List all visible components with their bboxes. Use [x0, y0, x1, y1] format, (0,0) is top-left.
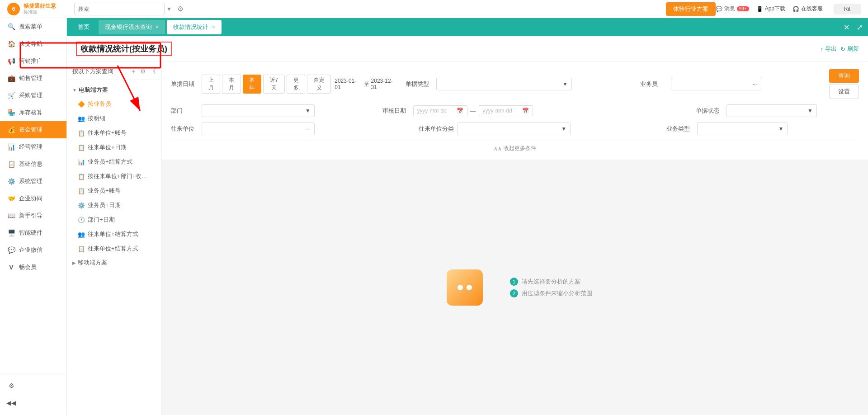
dept-label: 部门 — [171, 107, 198, 115]
maximize-icon[interactable]: ⤢ — [855, 21, 864, 33]
biz-type-field: 业务类型 ▼ — [666, 123, 859, 135]
collab-icon: 🤝 — [7, 194, 15, 203]
right-panel: 单据日期 上月 本月 本年 近7天 更多 自定义 2023-01-01 至 — [162, 62, 868, 415]
tree-item-salesperson-settlement[interactable]: 📊 业务员+结算方式 — [67, 155, 161, 169]
settings-bottom-icon: ⚙ — [7, 382, 15, 390]
sidebar-item-finance[interactable]: 💰 资金管理 — [0, 121, 66, 138]
dropdown-icon[interactable]: ▼ — [166, 6, 172, 12]
dept-select[interactable]: ▼ — [202, 104, 315, 117]
last-7-days-btn[interactable]: 近7天 — [263, 75, 285, 94]
export-button[interactable]: ↑ 导出 — [821, 45, 837, 53]
settings-icon[interactable]: ⚙ — [177, 5, 184, 13]
messages-btn[interactable]: 💬 消息 99+ — [716, 5, 749, 13]
salesperson-label: 业务员 — [640, 80, 667, 88]
sidebar-item-member[interactable]: V 畅会员 — [0, 259, 66, 276]
sidebar-item-hardware[interactable]: 🖥️ 智能硬件 — [0, 224, 66, 241]
sidebar-item-operations[interactable]: 📊 经营管理 — [0, 138, 66, 156]
status-chevron-icon: ▼ — [807, 108, 813, 114]
sidebar-collapse-btn[interactable]: ◀◀ — [0, 394, 66, 411]
sidebar-item-search[interactable]: 🔍 搜索菜单 — [0, 18, 66, 35]
tree-item-partner-settle1[interactable]: 👥 往来单位+结算方式 — [67, 227, 161, 241]
tree-item-salesperson-date[interactable]: ⚙️ 业务员+日期 — [67, 198, 161, 212]
sidebar-item-system[interactable]: ⚙️ 系统管理 — [0, 173, 66, 190]
biz-type-label: 业务类型 — [666, 125, 693, 133]
sidebar-item-marketing[interactable]: 📢 营销推广 — [0, 52, 66, 70]
partner-category-select[interactable]: ▼ — [458, 123, 571, 135]
tree-item-partner-settle2[interactable]: 📋 往来单位+结算方式 — [67, 241, 161, 256]
add-scheme-btn[interactable]: ＋ — [130, 67, 137, 75]
sidebar-item-basic-info[interactable]: 📋 基础信息 — [0, 156, 66, 173]
collapse-panel-btn[interactable]: 《 — [150, 67, 156, 75]
salesperson-field: 业务员 ··· — [640, 78, 822, 90]
partner-settle2-icon: 📋 — [78, 245, 85, 252]
last-month-btn[interactable]: 上月 — [202, 75, 220, 94]
manage-scheme-btn[interactable]: ⚙ — [140, 68, 146, 75]
app-download-btn[interactable]: 📱 App下载 — [756, 5, 785, 13]
tab-cashflow-close[interactable]: × — [156, 24, 159, 30]
mobile-group[interactable]: ▶ 移动端方案 — [67, 256, 161, 269]
tree-item-salesperson[interactable]: 🔶 按业务员 — [67, 97, 161, 111]
tab-cashflow[interactable]: 现金银行流水查询 × — [99, 20, 165, 34]
sidebar-item-inventory[interactable]: 🏪 库存核算 — [0, 104, 66, 121]
collapse-icon: ◀◀ — [7, 399, 15, 407]
review-date-field: 审核日期 yyyy-mm-dd 📅 — yyyy-mm-dd 📅 — [382, 105, 689, 116]
inventory-icon: 🏪 — [7, 108, 15, 117]
sidebar-item-purchase[interactable]: 🛒 采购管理 — [0, 87, 66, 104]
form-actions: 查询 设置 — [829, 69, 859, 99]
tab-collection[interactable]: 收款情况统计 × — [167, 20, 222, 34]
top-nav: 💬 消息 99+ 📱 App下载 🎧 在线客服 Rit — [716, 4, 861, 14]
custom-date-btn[interactable]: 自定义 — [307, 75, 331, 94]
tip-item-2: 2 用过滤条件来缩小分析范围 — [510, 289, 592, 297]
refresh-icon: ↻ — [840, 46, 845, 52]
sidebar-item-quick-nav[interactable]: 🏠 快捷导航 — [0, 35, 66, 52]
tree-item-partner-account[interactable]: 📋 往来单位+账号 — [67, 126, 161, 140]
this-year-btn[interactable]: 本年 — [243, 75, 261, 94]
doc-status-field: 单据状态 ▼ — [696, 104, 859, 117]
collapse-bar[interactable]: ∧∧ 收起更多条件 — [171, 141, 859, 156]
tree-item-salesperson-account[interactable]: 📋 业务员+账号 — [67, 184, 161, 198]
query-button[interactable]: 查询 — [829, 69, 859, 83]
sidebar-item-weixin[interactable]: 💬 企业微信 — [0, 241, 66, 259]
search-input[interactable] — [74, 3, 165, 15]
tab-home[interactable]: 首页 — [71, 18, 97, 36]
salesperson-select[interactable]: ··· — [671, 78, 761, 90]
doc-status-select[interactable]: ▼ — [726, 104, 817, 117]
online-service-btn[interactable]: 🎧 在线客服 — [793, 5, 823, 13]
tree-item-partner-dept[interactable]: 📋 按往来单位+部门+收... — [67, 169, 161, 184]
form-row-3: 往来单位 ··· 往来单位分类 ▼ 业务类型 — [171, 123, 859, 135]
doc-type-select[interactable]: ▼ — [436, 78, 572, 90]
weixin-icon: 💬 — [7, 246, 15, 254]
review-date-from[interactable]: yyyy-mm-dd 📅 — [413, 105, 467, 116]
close-window-icon[interactable]: ✕ — [842, 21, 851, 33]
sidebar-item-guide[interactable]: 📖 新手引导 — [0, 207, 66, 224]
tree-item-partner-date[interactable]: 📋 往来单位+日期 — [67, 140, 161, 155]
tree-item-detail[interactable]: 👥 按明细 — [67, 111, 161, 126]
robot-eye-right — [467, 285, 472, 290]
salesperson-scheme-icon: 🔶 — [78, 101, 85, 108]
review-date-to[interactable]: yyyy-mm-dd 📅 — [479, 105, 533, 116]
more-date-btn[interactable]: 更多 — [287, 75, 305, 94]
biz-type-select[interactable]: ▼ — [697, 123, 788, 135]
partner-account-icon: 📋 — [78, 130, 85, 137]
partner-dept-icon: 📋 — [78, 173, 85, 180]
date-field: 单据日期 上月 本月 本年 近7天 更多 自定义 2023-01-01 至 — [171, 75, 398, 94]
user-avatar[interactable]: Rit — [834, 4, 861, 14]
doc-type-label: 单据类型 — [406, 80, 433, 88]
empty-tips: 1 请先选择要分析的方案 2 用过滤条件来缩小分析范围 — [510, 274, 592, 301]
refresh-button[interactable]: ↻ 刷新 — [840, 45, 859, 53]
trial-button[interactable]: 体验行业方案 — [666, 2, 716, 16]
tip-item-1: 1 请先选择要分析的方案 — [510, 278, 592, 286]
sidebar-item-collab[interactable]: 🤝 企业协同 — [0, 190, 66, 207]
form-row-1: 单据日期 上月 本月 本年 近7天 更多 自定义 2023-01-01 至 — [171, 69, 859, 99]
tab-collection-close[interactable]: × — [212, 24, 215, 30]
finance-icon: 💰 — [7, 126, 15, 134]
partner-select[interactable]: ··· — [202, 123, 315, 135]
setting-button[interactable]: 设置 — [829, 85, 859, 99]
salesperson-account-icon: 📋 — [78, 188, 85, 194]
this-month-btn[interactable]: 本月 — [222, 75, 241, 94]
tree-item-dept-date[interactable]: 🕐 部门+日期 — [67, 212, 161, 227]
partner-category-field: 往来单位分类 ▼ — [419, 123, 659, 135]
desktop-group[interactable]: ▼ 电脑端方案 — [67, 83, 161, 97]
sidebar-settings-btn[interactable]: ⚙ — [0, 377, 66, 394]
sidebar-item-sales[interactable]: 💼 销售管理 — [0, 70, 66, 87]
